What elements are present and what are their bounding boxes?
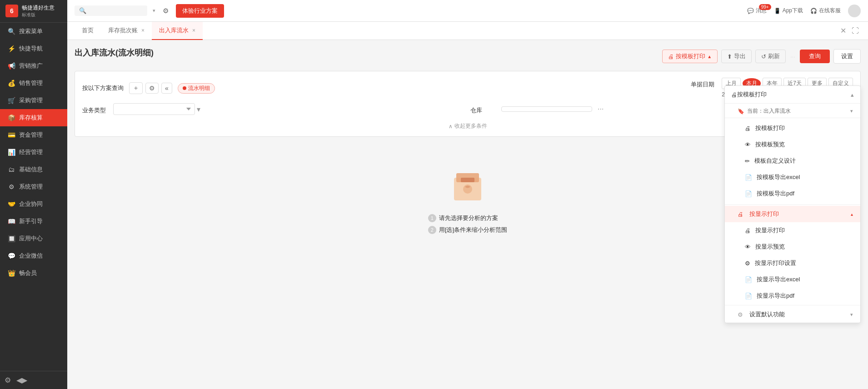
print-template-button[interactable]: 🖨 按模板打印 ▲ — [662, 50, 718, 63]
set-default-arrow-icon: ▾ — [850, 312, 853, 318]
dropdown-chevron-up-icon: ▲ — [707, 54, 712, 59]
sidebar-item-appstore[interactable]: 🔲 应用中心 — [0, 230, 67, 247]
collapse-button[interactable]: ∧ 收起更多条件 — [449, 122, 487, 130]
settings-icon[interactable]: ⚙ — [5, 376, 11, 384]
inventory-icon: 📦 — [7, 114, 15, 121]
sidebar-item-label: 营销推广 — [19, 62, 43, 70]
setting-button[interactable]: 设置 — [833, 49, 861, 64]
sidebar-item-label: 销售管理 — [19, 79, 43, 87]
sidebar-item-collab[interactable]: 🤝 企业协同 — [0, 195, 67, 213]
app-title: 畅捷通好生意 标准版 — [22, 5, 55, 18]
sidebar-item-guide[interactable]: 📖 新手引导 — [0, 213, 67, 230]
sidebar-item-basic[interactable]: 🗂 基础信息 — [0, 161, 67, 178]
sidebar-item-system[interactable]: ⚙ 系统管理 — [0, 178, 67, 195]
finance-icon: 💳 — [7, 131, 15, 139]
template-preview-icon: 👁 — [745, 141, 751, 148]
sidebar-item-wechat[interactable]: 💬 企业微信 — [0, 247, 67, 264]
dropdown-item-display-print-setting[interactable]: ⚙ 按显示打印设置 — [725, 255, 860, 271]
dropdown-item-display-export-excel[interactable]: 📄 按显示导出excel — [725, 271, 860, 288]
dropdown-item-display-export-pdf[interactable]: 📄 按显示导出pdf — [725, 288, 860, 304]
dropdown-item-display-print[interactable]: 🖨 按显示打印 — [725, 222, 860, 239]
sidebar-item-marketing[interactable]: 📢 营销推广 — [0, 57, 67, 75]
sidebar-item-sales[interactable]: 💰 销售管理 — [0, 75, 67, 92]
sidebar-item-finance[interactable]: 💳 资金管理 — [0, 126, 67, 144]
dropdown-item-template-preview[interactable]: 👁 按模板预览 — [725, 136, 860, 153]
sidebar-item-operation[interactable]: 📊 经营管理 — [0, 144, 67, 161]
online-service-button[interactable]: 🎧 在线客服 — [810, 7, 841, 15]
marketing-icon: 📢 — [7, 62, 15, 70]
main-area: 🔍 ▾ ⚙ 体验行业方案 💬 消息 99+ 📱 App下载 🎧 在线客服 — [67, 0, 868, 389]
tab-expand-button[interactable]: ⛶ — [850, 25, 861, 37]
template-custom-icon: ✏ — [745, 158, 750, 165]
sidebar-nav: 🔍 搜索菜单 ⚡ 快捷导航 📢 营销推广 💰 销售管理 🛒 采购管理 📦 库存核… — [0, 23, 67, 371]
tab-flow-close[interactable]: × — [192, 27, 195, 34]
display-print-section-icon: 🖨 — [738, 211, 745, 218]
display-pdf-icon: 📄 — [745, 293, 752, 299]
topbar-chevron-icon[interactable]: ▾ — [153, 8, 155, 14]
display-setting-icon: ⚙ — [745, 260, 750, 267]
tab-flow[interactable]: 出入库流水 × — [152, 22, 203, 40]
app-logo: 6 — [5, 5, 18, 17]
system-icon: ⚙ — [7, 183, 15, 190]
dropdown-divider-1 — [725, 204, 860, 205]
tab-batch[interactable]: 库存批次账 × — [101, 22, 152, 40]
sidebar-item-label: 企业微信 — [19, 252, 43, 260]
tab-batch-close[interactable]: × — [141, 27, 145, 34]
search-button[interactable]: 查询 — [800, 50, 830, 63]
template-print-icon: 🖨 — [745, 125, 751, 132]
dropdown-item-display-preview[interactable]: 👁 按显示预览 — [725, 239, 860, 255]
sidebar-bottom: ⚙ ◀▶ — [0, 371, 67, 389]
collab-icon: 🤝 — [7, 200, 15, 208]
warehouse-select[interactable] — [501, 106, 592, 112]
sidebar-item-search[interactable]: 🔍 搜索菜单 — [0, 23, 67, 40]
sidebar-item-label: 新手引导 — [19, 217, 43, 225]
sidebar-item-label: 应用中心 — [19, 234, 43, 243]
message-icon: 💬 — [747, 8, 754, 14]
sidebar-item-quick-nav[interactable]: ⚡ 快捷导航 — [0, 40, 67, 57]
dropdown-section-2-header[interactable]: 🖨 按显示打印 ▴ — [725, 206, 860, 222]
tab-close-all-button[interactable]: ✕ — [838, 25, 848, 37]
message-button[interactable]: 💬 消息 99+ — [747, 7, 767, 15]
sidebar-item-purchase[interactable]: 🛒 采购管理 — [0, 92, 67, 109]
filter-actions: ＋ ⚙ « — [129, 82, 172, 94]
page-header: 出入库流水(流水明细) 🖨 按模板打印 ▲ ⬆ 导出 ↺ 刷新 ··· 查询 设… — [75, 47, 861, 65]
user-avatar[interactable] — [848, 5, 861, 17]
vip-icon: 👑 — [7, 269, 15, 277]
sidebar: 6 畅捷通好生意 标准版 🔍 搜索菜单 ⚡ 快捷导航 📢 营销推广 💰 销售管理… — [0, 0, 67, 389]
dropdown-current-row: 🔖 当前：出入库流水 ▾ — [725, 104, 860, 118]
refresh-button[interactable]: ↺ 刷新 — [755, 50, 786, 63]
warehouse-more-icon[interactable]: ··· — [598, 105, 604, 113]
trial-button[interactable]: 体验行业方案 — [176, 4, 224, 18]
business-type-select[interactable] — [113, 103, 195, 115]
topbar-search-box[interactable]: 🔍 — [75, 5, 147, 16]
warehouse-label: 仓库 — [470, 104, 498, 115]
sidebar-item-inventory[interactable]: 📦 库存核算 — [0, 109, 67, 126]
tabs-right-controls: ✕ ⛶ — [838, 25, 861, 37]
sidebar-item-vip[interactable]: 👑 畅会员 — [0, 264, 67, 282]
template-pdf-icon: 📄 — [745, 190, 752, 197]
dropdown-header-chevron-icon[interactable]: ▴ — [851, 91, 854, 98]
add-filter-button[interactable]: ＋ — [129, 82, 143, 94]
topbar-search-input[interactable] — [89, 8, 143, 14]
empty-hint-2: 2 用[选]条件来缩小分析范围 — [428, 226, 507, 234]
app-download-button[interactable]: 📱 App下载 — [774, 7, 803, 15]
export-button[interactable]: ⬆ 导出 — [721, 50, 752, 63]
dropdown-divider-2 — [725, 305, 860, 305]
filter-label: 按以下方案查询 — [82, 84, 124, 92]
current-arrow-icon: ▾ — [850, 108, 853, 114]
sidebar-item-label: 快捷导航 — [19, 45, 43, 53]
dropdown-item-template-export-pdf[interactable]: 📄 按模板导出pdf — [725, 185, 860, 202]
dropdown-item-template-export-excel[interactable]: 📄 按模板导出excel — [725, 169, 860, 185]
filter-selected-tag: 流水明细 — [178, 83, 215, 94]
business-type-more-icon[interactable]: ▾ — [197, 105, 200, 114]
collapse-sidebar-icon[interactable]: ◀▶ — [16, 376, 27, 384]
message-badge: 99+ — [759, 4, 771, 10]
settings-filter-button[interactable]: ⚙ — [145, 83, 159, 94]
collapse-filter-button[interactable]: « — [161, 83, 172, 94]
tab-home[interactable]: 首页 — [75, 22, 101, 40]
dropdown-item-set-default[interactable]: ⚙ 设置默认功能 ▾ — [725, 306, 860, 323]
dropdown-item-template-custom[interactable]: ✏ 模板自定义设计 — [725, 153, 860, 169]
topbar-gear-icon[interactable]: ⚙ — [163, 7, 169, 15]
business-type-label: 业务类型 — [82, 104, 110, 115]
dropdown-item-template-print[interactable]: 🖨 按模板打印 — [725, 120, 860, 136]
